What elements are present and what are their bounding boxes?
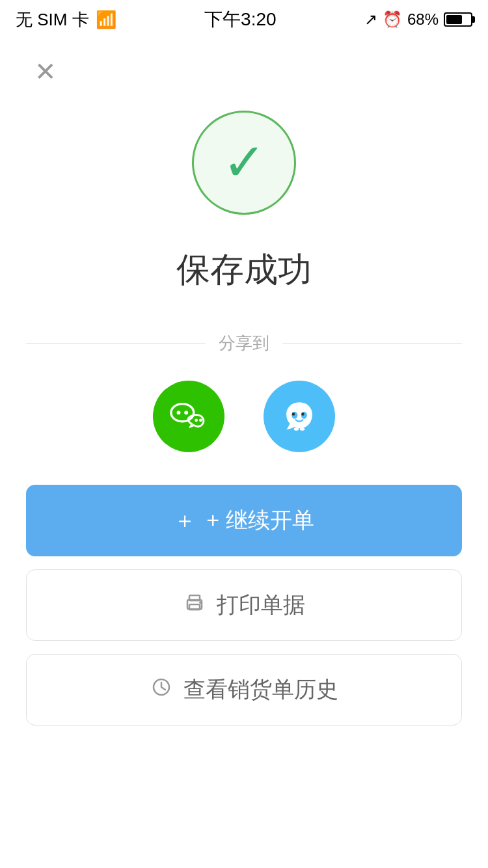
svg-point-14 [199,601,202,604]
action-buttons: ＋ + 继续开单 打印单据 查看销货单历 [26,485,462,726]
alarm-icon: ⏰ [383,10,402,29]
share-section: 分享到 [26,332,462,452]
battery-box [444,12,472,27]
battery-fill [446,15,462,24]
svg-point-1 [177,411,181,414]
qq-share-button[interactable] [264,381,335,452]
wechat-icon [169,396,209,437]
divider-label: 分享到 [219,332,269,355]
print-label: 打印单据 [217,590,305,620]
svg-point-3 [195,418,198,422]
wifi-icon: 📶 [96,10,116,30]
history-button[interactable]: 查看销货单历史 [26,654,462,726]
close-button[interactable]: ✕ [26,52,65,91]
history-label: 查看销货单历史 [183,675,338,705]
svg-point-8 [301,413,305,416]
plus-icon: ＋ [174,506,196,536]
history-icon [150,675,173,704]
wechat-share-button[interactable] [153,381,224,452]
battery-percent: 68% [407,10,439,29]
qq-icon [280,398,318,435]
divider-line-left [26,343,206,344]
status-right: ↗ ⏰ 68% [364,10,472,29]
status-left: 无 SIM 卡 📶 [16,8,116,31]
svg-rect-13 [189,604,200,610]
svg-rect-9 [294,427,299,431]
success-circle: ✓ [192,111,296,215]
location-icon: ↗ [364,10,377,29]
battery-container [444,12,472,27]
svg-point-4 [199,418,202,422]
continue-button[interactable]: ＋ + 继续开单 [26,485,462,556]
svg-rect-12 [189,595,200,601]
print-button[interactable]: 打印单据 [26,569,462,641]
status-time: 下午3:20 [204,7,277,32]
divider-line-right [282,343,462,344]
share-icons [26,381,462,452]
svg-point-7 [292,413,295,416]
print-icon [183,591,206,619]
svg-point-0 [171,404,194,422]
status-bar: 无 SIM 卡 📶 下午3:20 ↗ ⏰ 68% [0,0,488,39]
divider-row: 分享到 [26,332,462,355]
svg-rect-10 [300,427,305,431]
close-icon: ✕ [34,59,57,85]
no-sim-label: 无 SIM 卡 [16,8,89,31]
continue-label: + 继续开单 [206,506,314,536]
svg-point-2 [184,411,188,414]
main-content: ✕ ✓ 保存成功 分享到 [0,39,488,752]
success-title: 保存成功 [176,247,312,293]
checkmark-icon: ✓ [223,137,266,189]
